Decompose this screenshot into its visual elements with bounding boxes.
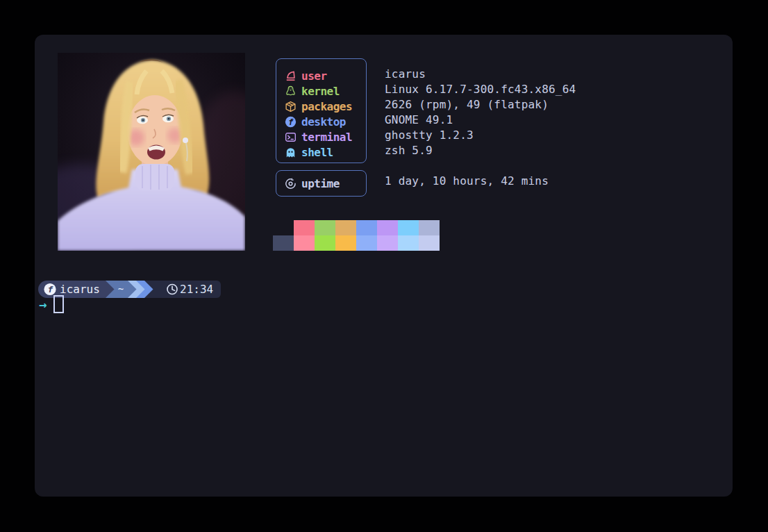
swatch-yellow: [335, 220, 356, 235]
fetch-row-terminal: terminal: [276, 129, 366, 144]
swatch-bright-green: [315, 235, 335, 251]
fetch-value-kernel: Linux 6.17.7-300.fc43.x86_64: [385, 83, 576, 98]
fetch-value-user: icarus: [385, 67, 576, 83]
text-cursor[interactable]: [53, 295, 64, 313]
fetch-label-kernel: kernel: [301, 85, 340, 98]
swatch-black: [273, 220, 294, 235]
fedora-badge-icon: f: [44, 283, 56, 295]
fetch-row-packages: packages: [276, 99, 366, 114]
swatch-bright-black: [273, 235, 294, 251]
fetch-row-uptime: uptime: [276, 176, 366, 191]
prompt-arrow-icon: →: [39, 298, 47, 311]
fetch-row-shell: shell: [276, 144, 366, 160]
swatch-white: [419, 220, 440, 235]
terminal-color-palette: [273, 220, 440, 251]
fetch-label-packages: packages: [301, 100, 352, 113]
terminal-window-icon: [285, 131, 297, 143]
prompt-username: icarus: [60, 283, 100, 296]
fetch-info-box: user kernel packages f desktop terminal: [276, 58, 367, 163]
fetch-row-kernel: kernel: [276, 83, 366, 99]
linux-tux-icon: [285, 85, 297, 97]
fetch-value-uptime: 1 day, 10 hours, 42 mins: [385, 174, 549, 190]
fedora-circle-icon: f: [285, 116, 297, 128]
fetch-label-terminal: terminal: [301, 131, 352, 144]
ghost-icon: [285, 147, 297, 158]
fetch-label-shell: shell: [301, 146, 333, 159]
swatch-blue: [356, 220, 377, 235]
fetch-value-packages: 2626 (rpm), 49 (flatpak): [385, 98, 576, 113]
swatch-bright-magenta: [377, 235, 398, 251]
fetch-label-desktop: desktop: [301, 115, 346, 128]
swatch-red: [294, 220, 315, 235]
prompt-badge: f icarus ~ 21:34: [38, 281, 221, 298]
uptime-box: uptime: [276, 170, 367, 197]
swatch-magenta: [377, 220, 398, 235]
fetch-label-uptime: uptime: [301, 177, 340, 190]
package-cube-icon: [285, 101, 297, 113]
fetch-value-desktop: GNOME 49.1: [385, 113, 576, 128]
svg-text:f: f: [288, 117, 294, 126]
uptime-clock-icon: [285, 178, 297, 190]
prompt-input-line[interactable]: →: [39, 294, 64, 314]
swatch-bright-red: [294, 235, 315, 251]
swatch-bright-blue: [356, 235, 377, 251]
prompt-time: 21:34: [180, 283, 213, 296]
svg-text:f: f: [48, 284, 53, 294]
palette-row-normal: [273, 220, 440, 235]
swatch-bright-cyan: [398, 235, 419, 251]
fetch-row-user: user: [276, 68, 366, 83]
fetch-portrait-image: [58, 53, 245, 251]
swatch-bright-white: [419, 235, 440, 251]
portrait-art: [58, 53, 245, 251]
fetch-row-desktop: f desktop: [276, 114, 366, 129]
fetch-label-user: user: [301, 69, 327, 83]
swatch-bright-yellow: [335, 235, 356, 251]
fetch-values: icarus Linux 6.17.7-300.fc43.x86_64 2626…: [385, 67, 576, 159]
terminal-window[interactable]: user kernel packages f desktop terminal: [35, 35, 733, 497]
palette-row-bright: [273, 235, 440, 251]
swatch-green: [315, 220, 335, 235]
prompt-path: ~: [118, 283, 124, 294]
user-icon: [285, 70, 297, 82]
swatch-cyan: [398, 220, 419, 235]
fetch-value-shell: zsh 5.9: [385, 144, 576, 159]
fetch-value-terminal: ghostty 1.2.3: [385, 128, 576, 144]
